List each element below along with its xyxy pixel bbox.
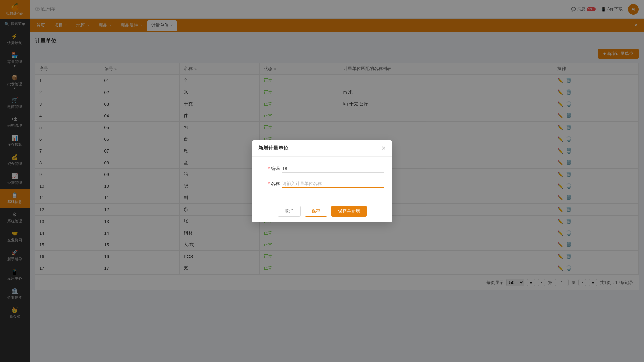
code-label: * 编码 — [260, 166, 280, 172]
code-input[interactable] — [282, 165, 384, 173]
cancel-button[interactable]: 取消 — [278, 206, 301, 217]
modal-title: 新增计量单位 — [258, 145, 288, 152]
form-row-code: * 编码 — [260, 165, 384, 173]
code-label-text: 编码 — [271, 166, 280, 171]
modal-body: * 编码 * 名称 — [252, 157, 392, 200]
add-unit-modal: 新增计量单位 ✕ * 编码 * 名称 取消 保存 保存并新增 — [252, 140, 392, 222]
save-button[interactable]: 保存 — [305, 206, 327, 217]
form-row-name: * 名称 — [260, 180, 384, 188]
name-input[interactable] — [282, 180, 384, 188]
modal-header: 新增计量单位 ✕ — [252, 140, 392, 157]
name-label: * 名称 — [260, 181, 280, 187]
required-mark: * — [268, 166, 270, 171]
modal-close-button[interactable]: ✕ — [381, 145, 386, 152]
name-label-text: 名称 — [271, 181, 280, 186]
save-and-new-button[interactable]: 保存并新增 — [331, 206, 367, 217]
modal-footer: 取消 保存 保存并新增 — [252, 200, 392, 222]
required-mark: * — [268, 181, 270, 186]
modal-overlay[interactable]: 新增计量单位 ✕ * 编码 * 名称 取消 保存 保存并新增 — [0, 0, 644, 362]
